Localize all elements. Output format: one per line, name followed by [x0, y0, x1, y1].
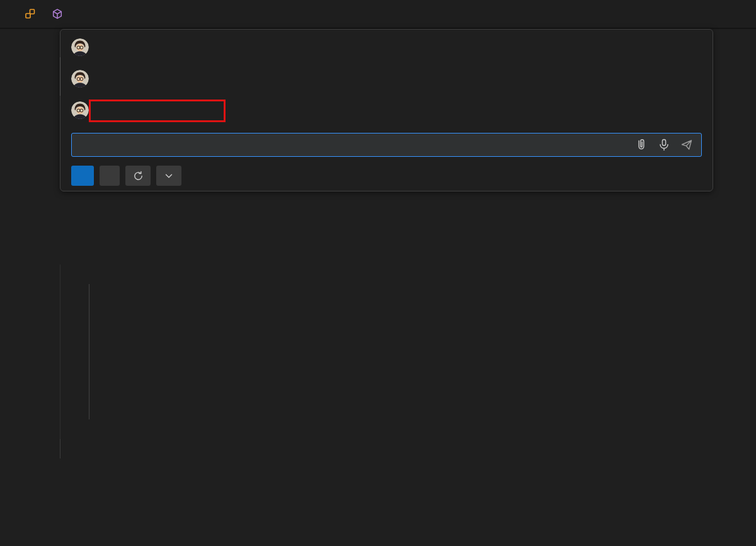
indent-guide — [60, 264, 60, 439]
indent-guide — [60, 439, 60, 458]
chat-message — [71, 101, 702, 119]
send-icon[interactable] — [680, 138, 694, 152]
breadcrumb-symbol[interactable] — [52, 8, 67, 20]
symbol-method-cube-icon — [52, 8, 63, 20]
regenerate-button[interactable] — [125, 166, 151, 186]
chat-input-container — [71, 133, 702, 157]
microphone-icon[interactable] — [657, 138, 671, 152]
user-avatar — [71, 38, 89, 56]
user-avatar — [71, 70, 89, 88]
chat-action-row — [71, 166, 702, 186]
breadcrumb — [0, 0, 756, 28]
paperclip-icon[interactable] — [634, 138, 648, 152]
indent-guide — [60, 57, 60, 96]
more-actions-dropdown-button[interactable] — [156, 166, 181, 186]
chat-message — [71, 38, 702, 56]
indent-guide — [89, 284, 89, 419]
symbol-class-icon — [25, 8, 36, 20]
breadcrumb-class[interactable] — [25, 8, 40, 20]
ask-copilot-input[interactable] — [81, 139, 626, 151]
user-avatar — [71, 101, 89, 119]
copilot-inline-chat-panel — [60, 29, 713, 191]
accept-button[interactable] — [71, 166, 94, 186]
chat-message — [71, 70, 702, 88]
discard-button[interactable] — [100, 166, 120, 186]
